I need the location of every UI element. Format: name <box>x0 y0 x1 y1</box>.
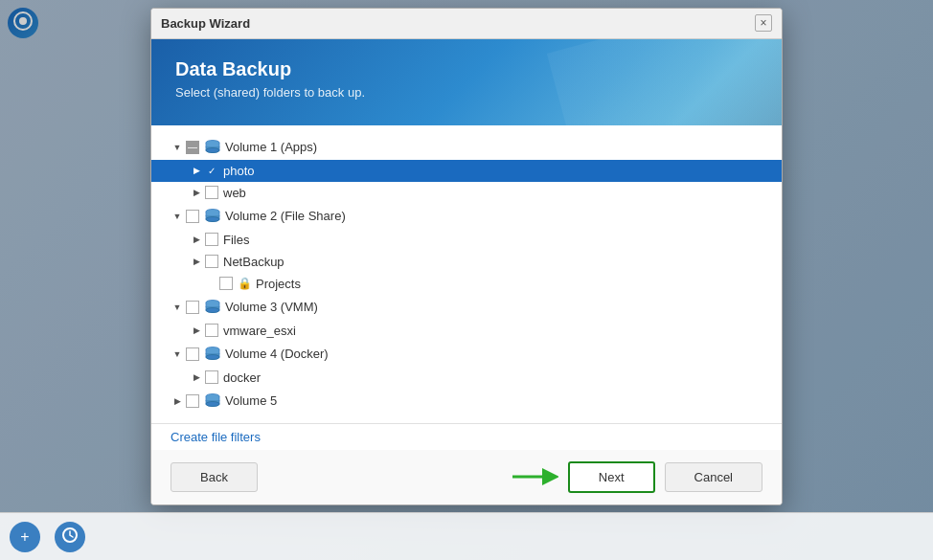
db-icon-vol3 <box>204 299 221 316</box>
history-button[interactable] <box>55 522 85 552</box>
svg-point-5 <box>206 216 219 221</box>
projects-label: Projects <box>256 277 301 291</box>
next-button[interactable]: Next <box>568 461 655 493</box>
tree-item-web[interactable]: web <box>151 182 782 204</box>
modal-header-banner: Data Backup Select (shared) folders to b… <box>151 39 782 125</box>
svg-point-7 <box>206 307 219 312</box>
db-icon-vol1 <box>204 139 221 156</box>
expand-arrow-vol5[interactable] <box>171 394 184 408</box>
vol5-label: Volume 5 <box>225 393 277 408</box>
expand-arrow-vol2[interactable] <box>171 210 184 223</box>
checkbox-web[interactable] <box>205 186 218 199</box>
db-icon-vol5 <box>204 392 221 410</box>
tree-item-projects[interactable]: 🔒 Projects <box>151 273 782 295</box>
cancel-button[interactable]: Cancel <box>665 462 762 492</box>
expand-arrow-vmware[interactable] <box>190 324 203 337</box>
taskbar: + <box>0 512 933 560</box>
next-arrow-indicator <box>511 465 558 488</box>
files-label: Files <box>223 233 249 247</box>
vol2-label: Volume 2 (File Share) <box>225 209 346 223</box>
db-icon-vol2 <box>204 208 221 225</box>
checkbox-vol2[interactable] <box>186 210 199 223</box>
tree-item-volume4[interactable]: Volume 4 (Docker) <box>151 342 782 367</box>
checkbox-vol4[interactable] <box>186 347 199 361</box>
vol3-label: Volume 3 (VMM) <box>225 300 318 314</box>
expand-arrow-vol4[interactable] <box>171 347 184 361</box>
desktop: Backup Wizard × Data Backup Select (shar… <box>0 0 933 560</box>
tree-item-files[interactable]: Files <box>151 229 782 251</box>
back-button[interactable]: Back <box>171 462 258 492</box>
modal-footer: Back Next Cancel <box>151 450 782 504</box>
checkbox-files[interactable] <box>205 233 218 246</box>
db-icon-vol4 <box>204 346 221 363</box>
vol4-label: Volume 4 (Docker) <box>225 347 329 361</box>
tree-item-volume3[interactable]: Volume 3 (VMM) <box>151 295 782 320</box>
tree-item-photo[interactable]: ✓ photo <box>151 160 782 182</box>
svg-point-11 <box>206 401 219 406</box>
checkbox-vol5[interactable] <box>186 394 199 408</box>
checkbox-netbackup[interactable] <box>205 255 218 268</box>
backup-wizard-modal: Backup Wizard × Data Backup Select (shar… <box>150 8 783 505</box>
tree-item-volume1[interactable]: — Volume 1 (Apps) <box>151 135 782 160</box>
svg-point-3 <box>206 147 219 152</box>
vol1-label: Volume 1 (Apps) <box>225 140 317 154</box>
photo-label: photo <box>223 164 255 178</box>
checkbox-photo[interactable]: ✓ <box>205 164 218 177</box>
expand-arrow-projects <box>204 277 217 290</box>
checkbox-projects[interactable] <box>219 277 233 290</box>
modal-header-title: Data Backup <box>175 58 758 80</box>
netbackup-label: NetBackup <box>223 255 284 269</box>
modal-header-subtitle: Select (shared) folders to back up. <box>175 85 758 100</box>
checkbox-docker[interactable] <box>205 370 218 384</box>
tree-item-volume2[interactable]: Volume 2 (File Share) <box>151 204 782 229</box>
expand-arrow-files[interactable] <box>190 233 203 246</box>
tree-item-vmware[interactable]: vmware_esxi <box>151 320 782 342</box>
docker-label: docker <box>223 370 261 385</box>
svg-point-9 <box>206 354 219 359</box>
modal-titlebar: Backup Wizard × <box>151 9 782 39</box>
modal-title: Backup Wizard <box>161 16 250 31</box>
history-icon <box>61 526 79 548</box>
expand-arrow-photo[interactable] <box>190 164 203 177</box>
create-file-filters-link[interactable]: Create file filters <box>151 424 782 450</box>
expand-arrow-netbackup[interactable] <box>190 255 203 268</box>
expand-arrow-web[interactable] <box>190 186 203 199</box>
checkbox-vol1[interactable]: — <box>186 141 199 154</box>
checkbox-vol3[interactable] <box>186 301 199 314</box>
add-icon: + <box>20 528 29 546</box>
tree-item-docker[interactable]: docker <box>151 367 782 389</box>
expand-arrow-docker[interactable] <box>190 370 203 384</box>
tree-item-netbackup[interactable]: NetBackup <box>151 251 782 273</box>
folder-tree[interactable]: — Volume 1 (Apps) ✓ pho <box>151 125 782 424</box>
modal-overlay: Backup Wizard × Data Backup Select (shar… <box>0 0 933 560</box>
web-label: web <box>223 186 246 200</box>
expand-arrow-vol1[interactable] <box>171 141 184 154</box>
modal-close-button[interactable]: × <box>755 14 772 32</box>
add-button[interactable]: + <box>10 522 40 552</box>
lock-icon-projects: 🔒 <box>238 277 252 290</box>
expand-arrow-vol3[interactable] <box>171 301 184 314</box>
footer-right: Next Cancel <box>511 461 762 493</box>
checkbox-vmware[interactable] <box>205 324 218 337</box>
vmware-label: vmware_esxi <box>223 324 296 338</box>
tree-item-volume5[interactable]: Volume 5 <box>151 389 782 414</box>
